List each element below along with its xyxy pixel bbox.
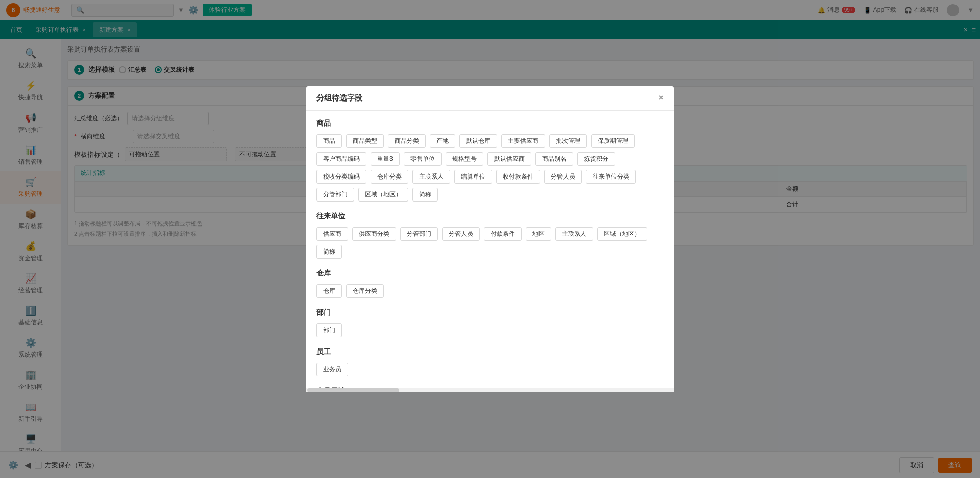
modal-close-button[interactable]: × (659, 93, 664, 103)
field-tag-payment-condition[interactable]: 付款条件 (484, 227, 522, 241)
field-group-partner-title: 往来单位 (316, 212, 664, 221)
field-tag-goods[interactable]: 商品 (316, 134, 342, 148)
field-tag-payment-terms[interactable]: 收付款条件 (496, 170, 540, 184)
field-tag-manager[interactable]: 分管人员 (544, 170, 582, 184)
field-tag-warehouse-cat[interactable]: 仓库分类 (346, 284, 384, 298)
field-tag-customer-goods-code[interactable]: 客户商品编码 (316, 152, 366, 166)
field-tag-area[interactable]: 地区 (526, 227, 551, 241)
field-tag-default-supplier[interactable]: 默认供应商 (487, 152, 531, 166)
field-group-employee: 员工 业务员 (316, 347, 664, 376)
field-tags-partner: 供应商 供应商分类 分管部门 分管人员 付款条件 地区 主联系人 区域（地区） … (316, 227, 664, 259)
modal-body[interactable]: 商品 商品 商品类型 商品分类 产地 默认仓库 主要供应商 批次管理 保质期管理… (306, 111, 674, 388)
field-tag-goods-category[interactable]: 商品分类 (388, 134, 426, 148)
field-tag-main-contact[interactable]: 主联系人 (412, 170, 450, 184)
field-selector-modal: 分组待选字段 × 商品 商品 商品类型 商品分类 产地 默认仓库 主要供应商 批… (306, 86, 674, 392)
field-tag-short-name-goods[interactable]: 简称 (412, 188, 438, 202)
modal-header: 分组待选字段 × (306, 86, 674, 111)
field-tag-partner-category[interactable]: 往来单位分类 (586, 170, 636, 184)
field-tag-goods-type[interactable]: 商品类型 (346, 134, 384, 148)
field-tag-region-goods[interactable]: 区域（地区） (358, 188, 408, 202)
field-tag-spec-model[interactable]: 规格型号 (446, 152, 483, 166)
field-tag-person-manage[interactable]: 分管人员 (442, 227, 480, 241)
field-tag-warehouse-category[interactable]: 仓库分类 (371, 170, 408, 184)
field-group-goods-title: 商品 (316, 119, 664, 128)
field-tag-supplier-category[interactable]: 供应商分类 (352, 227, 396, 241)
field-tag-goods-alias[interactable]: 商品别名 (535, 152, 573, 166)
field-tag-salesperson[interactable]: 业务员 (316, 363, 348, 376)
modal-overlay: 分组待选字段 × 商品 商品 商品类型 商品分类 产地 默认仓库 主要供应商 批… (0, 0, 980, 478)
field-tag-shelf-life[interactable]: 保质期管理 (591, 134, 635, 148)
field-group-warehouse: 仓库 仓库 仓库分类 (316, 269, 664, 298)
field-tag-dept-manage-partner[interactable]: 分管部门 (400, 227, 438, 241)
field-tag-short-name-partner[interactable]: 简称 (316, 245, 342, 259)
field-group-dept-title: 部门 (316, 308, 664, 317)
modal-hscroll[interactable] (306, 388, 674, 392)
field-tag-origin[interactable]: 产地 (430, 134, 455, 148)
field-group-dept: 部门 部门 (316, 308, 664, 337)
field-tag-region-partner[interactable]: 区域（地区） (597, 227, 647, 241)
field-group-warehouse-title: 仓库 (316, 269, 664, 278)
field-tag-retail-unit[interactable]: 零售单位 (404, 152, 442, 166)
field-group-partner: 往来单位 供应商 供应商分类 分管部门 分管人员 付款条件 地区 主联系人 区域… (316, 212, 664, 259)
field-group-goods: 商品 商品 商品类型 商品分类 产地 默认仓库 主要供应商 批次管理 保质期管理… (316, 119, 664, 202)
modal-hscroll-thumb (307, 388, 399, 392)
field-tag-main-contact-partner[interactable]: 主联系人 (555, 227, 593, 241)
field-tags-employee: 业务员 (316, 363, 664, 376)
field-tag-refine-points[interactable]: 炼货积分 (577, 152, 615, 166)
field-tag-warehouse[interactable]: 仓库 (316, 284, 342, 298)
field-tags-goods: 商品 商品类型 商品分类 产地 默认仓库 主要供应商 批次管理 保质期管理 客户… (316, 134, 664, 202)
field-tag-default-warehouse[interactable]: 默认仓库 (459, 134, 497, 148)
field-tag-dept-manage[interactable]: 分管部门 (316, 188, 354, 202)
field-tag-dept[interactable]: 部门 (316, 323, 342, 337)
field-tags-dept: 部门 (316, 323, 664, 337)
field-group-employee-title: 员工 (316, 347, 664, 357)
field-tag-supplier[interactable]: 供应商 (316, 227, 348, 241)
field-tags-warehouse: 仓库 仓库分类 (316, 284, 664, 298)
field-tag-settlement-unit[interactable]: 结算单位 (454, 170, 492, 184)
field-tag-tax-code[interactable]: 税收分类编码 (316, 170, 366, 184)
field-tag-weight3[interactable]: 重量3 (371, 152, 400, 166)
modal-title: 分组待选字段 (316, 93, 362, 103)
field-tag-batch-mgmt[interactable]: 批次管理 (549, 134, 587, 148)
field-tag-main-supplier[interactable]: 主要供应商 (501, 134, 545, 148)
